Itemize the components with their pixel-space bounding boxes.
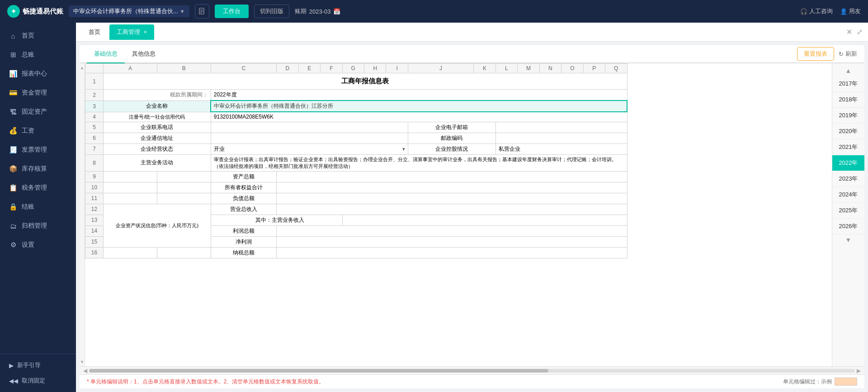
tab-home[interactable]: 首页 (81, 24, 108, 40)
reset-button[interactable]: 重置报表 (797, 47, 834, 61)
biz-status-value[interactable]: 开业 ▼ (211, 143, 408, 154)
sidebar-item-tax[interactable]: 📋 税务管理 (0, 178, 76, 197)
example-label: 单元格编辑过：示例 (783, 378, 832, 386)
col-header-d: D (277, 64, 298, 73)
asset-value-9[interactable] (277, 171, 627, 182)
address-label: 企业通信地址 (104, 133, 211, 143)
spreadsheet-container[interactable]: A B C D E F G H I J K L (85, 63, 832, 366)
calendar-icon[interactable]: 📅 (333, 8, 340, 15)
subtab-other[interactable]: 其他信息 (125, 45, 163, 63)
year-2023[interactable]: 2023年 (832, 171, 864, 187)
sidebar-item-fund[interactable]: 💳 资金管理 (0, 83, 76, 102)
year-2026[interactable]: 2026年 (832, 219, 864, 234)
workbench-button[interactable]: 工作台 (215, 5, 249, 18)
email-value[interactable] (495, 122, 627, 133)
left-scroll-indicator[interactable]: ▲ ▼ (80, 63, 85, 366)
postcode-value[interactable] (495, 133, 627, 143)
asset-label-10: 所有者权益合计 (211, 182, 276, 193)
scroll-right-button[interactable]: ▶ (855, 368, 863, 374)
row-num-5: 5 (85, 122, 104, 133)
sidebar-item-close[interactable]: 🔒 结账 (0, 197, 76, 216)
sidebar-item-invoice[interactable]: 🧾 发票管理 (0, 140, 76, 159)
company-selector[interactable]: 中审众环会计师事务所（特殊普通合伙... ▼ (69, 5, 189, 17)
assets-icon: 🏗 (9, 108, 17, 116)
year-2022[interactable]: 2022年 (832, 155, 864, 171)
main-revenue-value[interactable] (342, 215, 627, 225)
refresh-button[interactable]: ↻ 刷新 (839, 50, 857, 58)
sidebar-item-ledger[interactable]: ⊞ 总账 (0, 45, 76, 64)
address-value[interactable] (211, 133, 408, 143)
unpin-button[interactable]: ◀◀ 取消固定 (0, 373, 76, 388)
refresh-label: 刷新 (845, 50, 857, 58)
year-2017[interactable]: 2017年 (832, 76, 864, 92)
headset-icon: 🎧 (800, 8, 807, 15)
asset-group-label-9 (104, 171, 157, 182)
sidebar-item-report[interactable]: 📊 报表中心 (0, 64, 76, 83)
table-row: 7 企业经营状态 开业 ▼ 企业控股情况 私营企业 (85, 143, 627, 154)
reg-num-value[interactable]: 91320100MA208E5W6K (211, 112, 627, 122)
user-name: 用友 (849, 7, 861, 15)
close-window-icon[interactable]: ✕ (846, 28, 852, 36)
biz-status-label: 企业经营状态 (104, 143, 211, 154)
h-scrollbar-thumb (89, 369, 548, 373)
help-button[interactable]: 🎧 人工咨询 (800, 7, 833, 15)
year-2018[interactable]: 2018年 (832, 92, 864, 108)
year-2025[interactable]: 2025年 (832, 203, 864, 219)
sidebar-item-assets[interactable]: 🏗 固定资产 (0, 102, 76, 121)
net-profit-label: 净利润 (211, 236, 276, 247)
main-biz-value[interactable]: 审查企业会计报表；出具审计报告；验证企业资本；出具验资报告；办理企业合开、分立、… (211, 154, 627, 171)
row-num-3: 3 (85, 100, 104, 112)
year-2024[interactable]: 2024年 (832, 187, 864, 203)
year-panel-down[interactable]: ▼ (832, 234, 864, 245)
col-header-h: H (364, 64, 386, 73)
guide-button[interactable]: ▶ 新手引导 (0, 358, 76, 373)
sidebar-item-settings[interactable]: ⚙ 设置 (0, 235, 76, 254)
tab-business-label: 工商管理 (117, 29, 140, 35)
table-row: 3 企业名称 中审众环会计师事务所（特殊普通合伙）江苏分所 (85, 100, 627, 112)
col-header-n: N (539, 64, 561, 73)
tabbar: 首页 工商管理 × ✕ ⤢ (76, 23, 868, 42)
tab-business[interactable]: 工商管理 × (109, 24, 154, 40)
col-header-k: K (474, 64, 495, 73)
asset-group-label-10 (104, 182, 157, 193)
row-num-6: 6 (85, 133, 104, 143)
total-tax-value[interactable] (277, 247, 627, 258)
asset-value-10[interactable] (277, 182, 627, 193)
old-version-button[interactable]: 切到旧版 (254, 5, 289, 18)
asset-value-11[interactable] (277, 193, 627, 204)
period-value-cell[interactable]: 2022年度 (211, 90, 627, 101)
row-num-1: 1 (85, 73, 104, 90)
total-revenue-value[interactable] (277, 204, 627, 215)
h-scrollbar-track[interactable] (89, 369, 855, 373)
phone-value[interactable] (211, 122, 408, 133)
expand-icon[interactable]: ⤢ (857, 28, 863, 36)
close-accounts-icon: 🔒 (9, 203, 17, 211)
holding-value[interactable]: 私营企业 (495, 143, 627, 154)
sidebar-label-fund: 资金管理 (22, 89, 47, 97)
table-row: 16 纳税总额 (85, 247, 627, 258)
year-2019[interactable]: 2019年 (832, 108, 864, 124)
col-header-i: I (386, 64, 408, 73)
inventory-icon: 📦 (9, 165, 17, 173)
scroll-left-button[interactable]: ◀ (81, 368, 89, 374)
tabbar-actions: ✕ ⤢ (846, 28, 863, 36)
sidebar-item-home[interactable]: ⌂ 首页 (0, 26, 76, 45)
subtab-basic[interactable]: 基础信息 (87, 45, 125, 63)
document-icon[interactable] (195, 4, 209, 19)
col-header-q: Q (605, 64, 627, 73)
user-menu[interactable]: 👤 用友 (840, 7, 861, 15)
year-panel-up[interactable]: ▲ (832, 65, 864, 76)
net-profit-value[interactable] (277, 236, 627, 247)
row-num-12: 12 (85, 204, 104, 215)
year-2020[interactable]: 2020年 (832, 124, 864, 139)
tab-close-button[interactable]: × (144, 29, 147, 35)
sidebar-item-salary[interactable]: 💰 工资 (0, 121, 76, 140)
sidebar-item-archive[interactable]: 🗂 归档管理 (0, 216, 76, 235)
company-name-value[interactable]: 中审众环会计师事务所（特殊普通合伙）江苏分所 (211, 100, 627, 112)
table-row: 12 企业资产状况信息(币种：人民币万元) 营业总收入 (85, 204, 627, 215)
profit-total-value[interactable] (277, 225, 627, 236)
sidebar-item-inventory[interactable]: 📦 库存核算 (0, 159, 76, 178)
year-2021[interactable]: 2021年 (832, 139, 864, 155)
row-num-10: 10 (85, 182, 104, 193)
logo-icon: ✦ (7, 5, 20, 18)
